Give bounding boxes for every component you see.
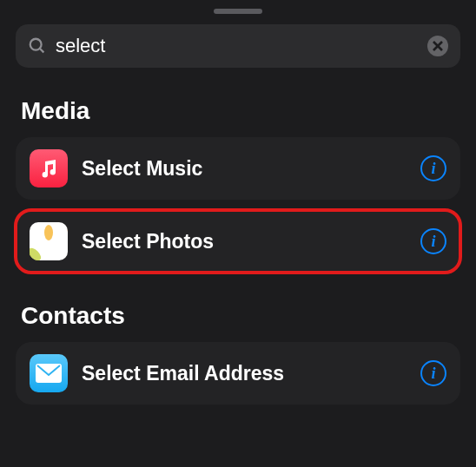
info-button[interactable]: i <box>420 155 446 181</box>
info-button[interactable]: i <box>420 228 446 254</box>
action-label: Select Photos <box>82 230 407 253</box>
close-icon <box>433 41 443 51</box>
clear-search-button[interactable] <box>427 36 448 56</box>
svg-point-4 <box>44 225 53 240</box>
action-select-music[interactable]: Select Music i <box>16 137 460 200</box>
section-header-media: Media <box>21 97 455 125</box>
svg-line-1 <box>40 49 44 53</box>
results-content: Media Select Music i <box>0 97 476 405</box>
photos-app-icon <box>30 222 68 260</box>
sheet-drag-handle[interactable] <box>214 9 262 14</box>
action-label: Select Music <box>82 157 407 181</box>
music-app-icon <box>30 149 68 187</box>
svg-point-11 <box>30 246 43 260</box>
search-bar[interactable] <box>16 24 460 68</box>
search-input[interactable] <box>56 35 419 57</box>
svg-point-5 <box>65 222 68 236</box>
info-button[interactable]: i <box>420 360 446 386</box>
action-select-photos[interactable]: Select Photos i <box>16 210 460 273</box>
mail-app-icon <box>30 354 68 392</box>
svg-point-0 <box>30 39 42 50</box>
section-header-contacts: Contacts <box>21 302 455 330</box>
action-label: Select Email Address <box>82 362 407 385</box>
search-icon <box>28 36 47 56</box>
action-select-email-address[interactable]: Select Email Address i <box>16 342 460 405</box>
